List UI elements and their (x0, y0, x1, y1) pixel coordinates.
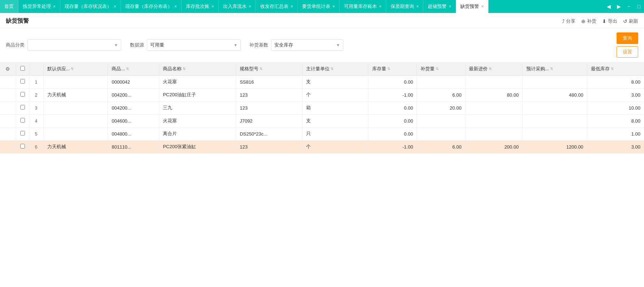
close-inventory-dist-tab[interactable]: × (174, 4, 177, 9)
close-shortage-tab[interactable]: × (481, 4, 484, 9)
sort-replenish-icon[interactable]: ⇅ (436, 67, 439, 71)
row-min-stock: 3.00 (587, 140, 644, 153)
row-number: 1 (29, 75, 43, 88)
row-replenish-qty (417, 75, 465, 88)
row-supplier: 力天机械 (43, 88, 108, 101)
tab-order-stat[interactable]: 要货单统计表 × (298, 0, 340, 13)
sort-est-icon[interactable]: ⇅ (550, 67, 553, 71)
row-checkbox[interactable] (20, 144, 25, 149)
tab-inventory-status[interactable]: 现存量（库存状况表） × (60, 0, 121, 13)
row-stock: 0.00 (369, 127, 417, 140)
close-inout-tab[interactable]: × (249, 4, 251, 9)
sort-min-icon[interactable]: ⇅ (611, 67, 614, 71)
share-action[interactable]: ⤴ 分享 (562, 18, 575, 25)
close-exception-tab[interactable]: × (53, 4, 56, 9)
datasource-select[interactable]: 可用量 ▼ (147, 39, 241, 51)
close-available-tab[interactable]: × (379, 4, 382, 9)
row-product-name: 三九 (159, 101, 236, 114)
category-dropdown-icon: ▼ (114, 43, 118, 47)
tab-inventory-dist[interactable]: 现存量（库存分布表） × (121, 0, 182, 13)
th-min-stock: 最低库存 ⇅ (587, 62, 644, 75)
table-row: 1 0000042 火花塞 SS816 支 0.00 8.00 (0, 75, 644, 88)
category-select[interactable]: ▼ (27, 39, 121, 51)
tab-exception[interactable]: 拣货异常处理 × (18, 0, 60, 13)
close-summary-tab[interactable]: × (291, 4, 293, 9)
header-actions: ⤴ 分享 ⊕ 补货 ⬇ 导出 ↺ 刷新 (562, 18, 638, 25)
row-est-purchase (522, 114, 587, 127)
row-est-purchase (522, 75, 587, 88)
th-default-supplier: 默认供应... ⇅ (43, 62, 108, 75)
sort-price-icon[interactable]: ⇅ (489, 67, 492, 71)
close-batch-tab[interactable]: × (212, 4, 214, 9)
row-replenish-qty: 6.00 (417, 140, 465, 153)
tab-prev-button[interactable]: ◀ (604, 0, 614, 13)
th-checkbox (16, 62, 29, 75)
close-inventory-status-tab[interactable]: × (114, 4, 116, 9)
base-select-value: 安全库存 (274, 42, 293, 48)
query-button[interactable]: 查询 (617, 32, 638, 44)
row-unit: 个 (303, 88, 369, 101)
tab-summary[interactable]: 收发存汇总表 × (256, 0, 298, 13)
row-checkbox-cell (16, 114, 29, 127)
tab-shortage[interactable]: 缺货预警 × (456, 0, 488, 13)
row-checkbox-cell (16, 75, 29, 88)
th-stock: 库存量 ⇅ (369, 62, 417, 75)
minimize-button[interactable]: － (624, 0, 634, 13)
tab-expiry[interactable]: 保质期查询 × (386, 0, 423, 13)
close-order-stat-tab[interactable]: × (332, 4, 335, 9)
row-supplier (43, 75, 108, 88)
tab-batch[interactable]: 库存批次账 × (182, 0, 219, 13)
th-latest-price: 最新进价 ⇅ (465, 62, 523, 75)
row-min-stock: 3.00 (587, 88, 644, 101)
sort-unit-icon[interactable]: ⇅ (331, 67, 334, 71)
sort-stock-icon[interactable]: ⇅ (387, 67, 390, 71)
close-expiry-tab[interactable]: × (416, 4, 419, 9)
row-checkbox[interactable] (20, 92, 25, 97)
row-checkbox[interactable] (20, 118, 25, 123)
sort-spec-icon[interactable]: ⇅ (260, 67, 262, 71)
row-product-name: 火花塞 (159, 114, 236, 127)
th-product-name: 商品名称 ⇅ (159, 62, 236, 75)
row-product-name: 离合片 (159, 127, 236, 140)
select-all-checkbox[interactable] (20, 66, 25, 71)
table-container: ⚙ 默认供应... ⇅ 商品... (0, 62, 644, 154)
column-settings-icon[interactable]: ⚙ (5, 66, 10, 72)
tab-overstock[interactable]: 超储预警 × (423, 0, 456, 13)
sort-supplier-icon[interactable]: ⇅ (71, 67, 74, 71)
tab-inout[interactable]: 出入库流水 × (219, 0, 256, 13)
tab-available[interactable]: 可用量库存账本 × (340, 0, 386, 13)
replenish-action[interactable]: ⊕ 补货 (581, 18, 596, 25)
row-latest-price: 80.00 (465, 88, 523, 101)
row-number: 2 (29, 88, 43, 101)
row-est-purchase (522, 127, 587, 140)
category-label: 商品分类 (6, 42, 25, 48)
settings-button[interactable]: 设置 (617, 46, 638, 58)
row-unit: 支 (303, 114, 369, 127)
close-overstock-tab[interactable]: × (449, 4, 451, 9)
row-replenish-qty (417, 127, 465, 140)
row-stock: -1.00 (369, 88, 417, 101)
row-supplier (43, 114, 108, 127)
row-checkbox[interactable] (20, 79, 25, 84)
base-filter-group: 补货基数 安全库存 ▼ (249, 39, 343, 51)
row-latest-price: 200.00 (465, 140, 523, 153)
tab-home[interactable]: 首页 (0, 0, 18, 13)
sort-code-icon[interactable]: ⇅ (126, 67, 129, 71)
base-select[interactable]: 安全库存 ▼ (271, 39, 343, 51)
table-row: 5 004800... 离合片 DS250*23c... 只 0.00 1.00 (0, 127, 644, 140)
tab-next-button[interactable]: ▶ (614, 0, 624, 13)
row-number: 5 (29, 127, 43, 140)
refresh-action[interactable]: ↺ 刷新 (623, 18, 638, 25)
row-checkbox[interactable] (20, 131, 25, 136)
sort-name-icon[interactable]: ⇅ (183, 67, 186, 71)
page-header: 缺货预警 ⤴ 分享 ⊕ 补货 ⬇ 导出 ↺ 刷新 (0, 13, 644, 28)
row-checkbox[interactable] (20, 105, 25, 110)
maximize-button[interactable]: □ (634, 0, 644, 13)
category-filter-group: 商品分类 ▼ (6, 39, 121, 51)
th-settings: ⚙ (0, 62, 16, 75)
export-action[interactable]: ⬇ 导出 (602, 18, 617, 25)
row-est-purchase: 480.00 (522, 88, 587, 101)
table-row: 3 004200... 三九 123 箱 0.00 20.00 10.00 (0, 101, 644, 114)
base-dropdown-icon: ▼ (336, 43, 340, 47)
row-supplier (43, 127, 108, 140)
